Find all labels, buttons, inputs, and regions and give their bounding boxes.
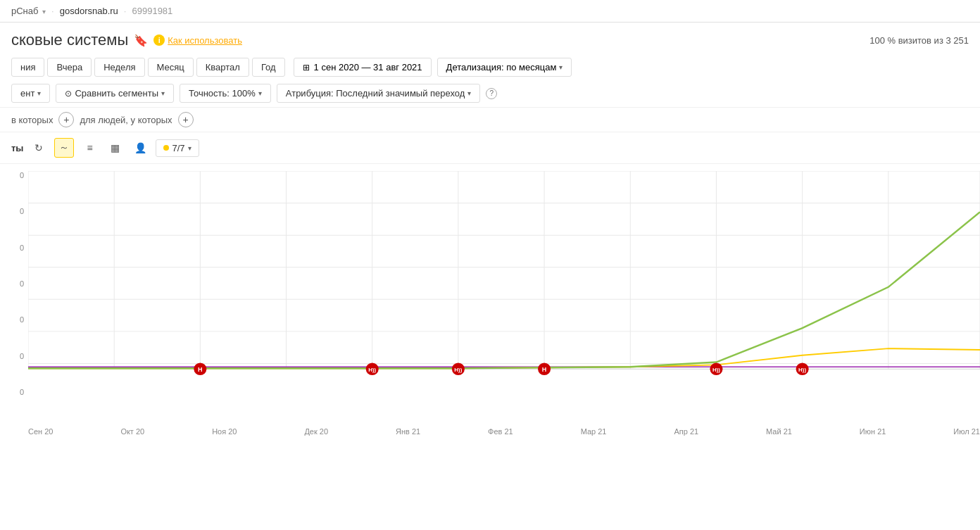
period-btn-year[interactable]: Год [252, 58, 285, 77]
visits-info: 100 % визитов из 3 251 [869, 35, 969, 46]
date-range-label: 1 сен 2020 — 31 авг 2021 [314, 62, 422, 72]
chevron-down-icon: ▾ [161, 89, 165, 97]
period-btn-yesterday[interactable]: Вчера [47, 58, 92, 77]
line-chart-icon: ～ [59, 141, 69, 154]
svg-text:Н)): Н)) [368, 367, 376, 373]
annotation-feb21[interactable]: Н)) [452, 362, 465, 374]
add-condition-btn-2[interactable]: + [178, 112, 194, 127]
bar-chart-btn[interactable]: ▦ [105, 138, 125, 158]
accuracy-label: Точность: 100% [189, 88, 256, 99]
yellow-line [28, 348, 980, 368]
y-axis-labels: 0 0 0 0 0 0 0 [0, 171, 28, 396]
calendar-icon: ⊞ [303, 63, 310, 72]
people-btn[interactable]: 👤 [130, 138, 150, 158]
compare-segments-btn[interactable]: ⊙ Сравнить сегменты ▾ [56, 84, 174, 103]
annotation-noy20[interactable]: Н [194, 362, 206, 374]
chart-toolbar: ты ↻ ～ ≡ ▦ 👤 7/7 ▾ [0, 132, 980, 164]
date-toolbar: ния Вчера Неделя Месяц Квартал Год ⊞ 1 с… [0, 55, 980, 80]
annotation-jan21[interactable]: Н)) [366, 362, 379, 374]
segment-toolbar: ент ▾ ⊙ Сравнить сегменты ▾ Точность: 10… [0, 80, 980, 108]
svg-text:Н: Н [198, 366, 203, 373]
app-name[interactable]: рСнаб ▾ [11, 6, 46, 16]
chevron-down-icon: ▾ [188, 144, 191, 152]
site-url[interactable]: gosdorsnab.ru [60, 6, 118, 16]
chart-svg: Н Н)) Н)) Н Н)) Н)) [28, 171, 980, 396]
annotation-may21[interactable]: Н)) [710, 362, 722, 374]
condition-text-1: в которых [11, 115, 53, 125]
chevron-down-icon: ▾ [467, 89, 471, 97]
detail-btn[interactable]: Детализация: по месяцам ▾ [437, 58, 572, 77]
how-to-use-label: Как использовать [168, 35, 242, 46]
period-btn-today[interactable]: ния [11, 58, 44, 77]
condition-bar: в которых + для людей, у которых + [0, 108, 980, 132]
site-id: 69991981 [132, 6, 172, 16]
bar-chart-icon: ▦ [111, 142, 120, 153]
metrics-selector-btn[interactable]: 7/7 ▾ [156, 139, 199, 157]
page-title: сковые системы [11, 31, 128, 49]
line-chart-btn[interactable]: ～ [54, 138, 74, 158]
info-icon: i [153, 34, 165, 46]
metrics-count: 7/7 [172, 143, 184, 153]
stack-chart-btn[interactable]: ≡ [80, 138, 99, 158]
svg-text:Н)): Н)) [712, 367, 720, 373]
segment-btn[interactable]: ент ▾ [11, 84, 50, 103]
detail-label: Детализация: по месяцам [446, 62, 557, 72]
svg-text:Н)): Н)) [798, 367, 806, 373]
svg-text:Н)): Н)) [454, 367, 462, 373]
attribution-info-icon[interactable]: ? [486, 88, 497, 99]
compare-icon: ⊙ [65, 89, 72, 99]
svg-text:Н: Н [542, 366, 547, 373]
bookmark-icon[interactable]: 🔖 [134, 34, 148, 47]
annotation-mar21[interactable]: Н [538, 362, 551, 374]
top-bar: рСнаб ▾ · gosdorsnab.ru · 69991981 [0, 0, 980, 23]
refresh-btn[interactable]: ↻ [29, 138, 49, 158]
attribution-btn[interactable]: Атрибуция: Последний значимый переход ▾ [277, 84, 481, 103]
chart-area: 0 0 0 0 0 0 0 [0, 164, 980, 424]
attribution-label: Атрибуция: Последний значимый переход [286, 88, 465, 99]
x-axis-labels: Сен 20 Окт 20 Ноя 20 Дек 20 Янв 21 Фев 2… [0, 424, 980, 436]
annotation-jun21[interactable]: Н)) [796, 362, 809, 374]
chevron-down-icon: ▾ [559, 63, 563, 71]
period-btn-quarter[interactable]: Квартал [196, 58, 249, 77]
period-btn-month[interactable]: Месяц [148, 58, 194, 77]
separator: · [51, 6, 54, 16]
date-range-btn[interactable]: ⊞ 1 сен 2020 — 31 авг 2021 [294, 58, 432, 77]
chevron-down-icon: ▾ [258, 89, 262, 97]
add-condition-btn-1[interactable]: + [58, 112, 74, 127]
chevron-down-icon: ▾ [37, 89, 41, 97]
page-header: сковые системы 🔖 i Как использовать 100 … [0, 23, 980, 55]
chart-label: ты [11, 143, 23, 153]
people-icon: 👤 [134, 142, 146, 153]
accuracy-btn[interactable]: Точность: 100% ▾ [180, 84, 271, 103]
metrics-dot-icon [163, 145, 169, 151]
stack-chart-icon: ≡ [87, 142, 92, 153]
how-to-use-link[interactable]: i Как использовать [153, 34, 242, 46]
compare-label: Сравнить сегменты [75, 88, 158, 99]
segment-label: ент [20, 88, 34, 99]
site-id-separator: · [124, 6, 127, 16]
condition-text-2: для людей, у которых [80, 115, 172, 125]
period-btn-week[interactable]: Неделя [94, 58, 144, 77]
refresh-icon: ↻ [34, 142, 43, 153]
